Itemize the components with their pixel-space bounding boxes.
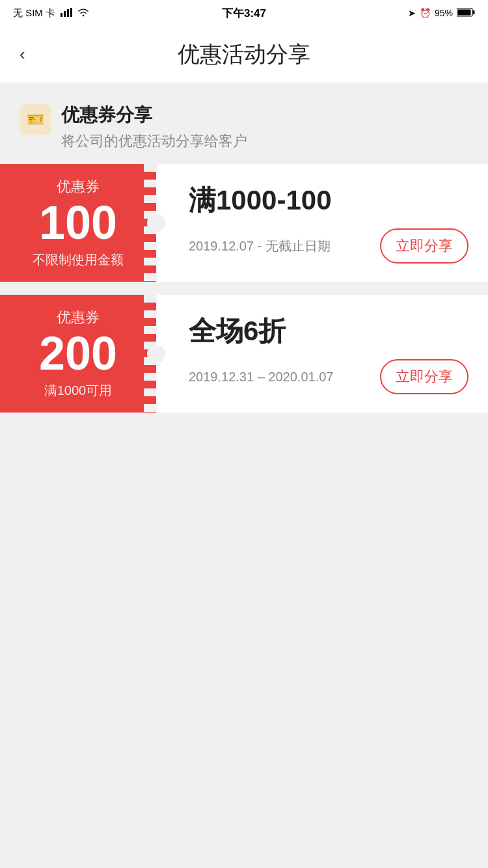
coupon-label-2: 优惠券 [57,308,100,327]
coupon-title-1: 满1000-100 [189,182,468,219]
coupon-amount-2: 200 [39,330,117,377]
alarm-icon: ⏰ [420,8,431,18]
share-button-2[interactable]: 立即分享 [380,359,468,394]
status-bar: 无 SIM 卡 下午3:47 ➤ ⏰ 95% [0,0,488,26]
section-text: 优惠券分享 将公司的优惠活动分享给客户 [61,103,247,151]
svg-rect-6 [458,9,471,15]
coupon-bottom-1: 2019.12.07 - 无截止日期 立即分享 [189,228,468,264]
coupon-condition-1: 不限制使用金额 [33,251,124,269]
battery-text: 95% [435,8,453,18]
section-icon: 🎫 [20,104,51,135]
location-icon: ➤ [408,8,416,18]
svg-rect-2 [67,9,69,17]
share-button-1[interactable]: 立即分享 [380,228,468,264]
section-header: 🎫 优惠券分享 将公司的优惠活动分享给客户 [0,83,488,164]
coupon-label-1: 优惠券 [57,177,100,197]
coupon-date-1: 2019.12.07 - 无截止日期 [189,237,373,255]
status-time: 下午3:47 [222,6,266,21]
coupon-date-2: 2019.12.31 – 2020.01.07 [189,370,373,385]
coupon-left-1: 优惠券 100 不限制使用金额 [0,164,156,282]
coupon-left-2: 优惠券 200 满1000可用 [0,295,156,413]
svg-rect-3 [70,8,72,17]
empty-space [0,445,488,770]
page-title: 优惠活动分享 [178,40,310,70]
coupon-amount-1: 100 [39,199,117,246]
coupon-bottom-2: 2019.12.31 – 2020.01.07 立即分享 [189,359,468,394]
svg-rect-0 [61,13,62,17]
section-subtitle: 将公司的优惠活动分享给客户 [61,131,247,151]
section-title: 优惠券分享 [61,103,247,128]
status-left: 无 SIM 卡 [13,7,89,20]
svg-rect-5 [473,10,475,14]
coupon-list: 优惠券 100 不限制使用金额 满1000-100 2019.12.07 - 无… [0,164,488,445]
coupon-right-1: 满1000-100 2019.12.07 - 无截止日期 立即分享 [156,164,488,282]
nav-bar: ‹ 优惠活动分享 [0,26,488,83]
carrier-text: 无 SIM 卡 [13,7,55,20]
signal-icon [61,8,72,19]
coupon-title-2: 全场6折 [189,313,468,349]
battery-icon [457,8,475,19]
svg-rect-1 [64,11,66,17]
back-button[interactable]: ‹ [20,44,25,64]
status-right: ➤ ⏰ 95% [408,8,475,19]
coupon-right-2: 全场6折 2019.12.31 – 2020.01.07 立即分享 [156,295,488,413]
coupon-card-1: 优惠券 100 不限制使用金额 满1000-100 2019.12.07 - 无… [0,164,488,282]
coupon-card-2: 优惠券 200 满1000可用 全场6折 2019.12.31 – 2020.0… [0,295,488,413]
wifi-icon [77,8,89,19]
coupon-condition-2: 满1000可用 [44,382,113,400]
